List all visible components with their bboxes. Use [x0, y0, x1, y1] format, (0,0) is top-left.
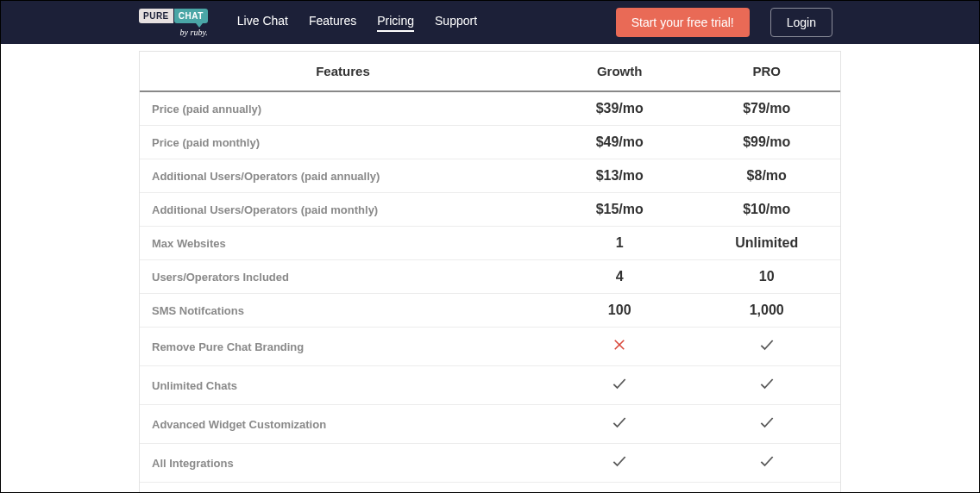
- col-header-pro: PRO: [693, 52, 840, 91]
- row-label: All Integrations: [140, 444, 546, 483]
- row-pro-value: [693, 328, 840, 366]
- navbar: PURE CHAT by ruby. Live Chat Features Pr…: [1, 1, 979, 44]
- row-pro-value: 10: [693, 260, 840, 294]
- row-label: SMS Notifcations: [140, 294, 546, 328]
- table-row: Remove Pure Chat Branding: [140, 328, 840, 366]
- row-label: Additional Users/Operators (paid monthly…: [140, 193, 546, 227]
- check-icon: [758, 336, 776, 357]
- row-growth-value: 4: [546, 260, 694, 294]
- row-pro-value: 1,000: [693, 294, 840, 328]
- logo-chat: CHAT: [174, 9, 208, 23]
- row-growth-value: $13/mo: [546, 159, 694, 193]
- cross-icon: [612, 337, 627, 356]
- pricing-card: Features Growth PRO Price (paid annually…: [139, 51, 841, 493]
- table-row: Max Websites1Unlimited: [140, 227, 840, 260]
- row-pro-value: $8/mo: [693, 159, 840, 193]
- row-label: Max Websites: [140, 227, 546, 260]
- table-row: All Integrations: [140, 444, 840, 483]
- logo-box: PURE CHAT: [139, 9, 208, 23]
- row-label: Price (paid monthly): [140, 126, 546, 159]
- logo[interactable]: PURE CHAT by ruby.: [139, 9, 208, 37]
- row-pro-value: [693, 366, 840, 405]
- check-icon: [611, 452, 628, 473]
- row-label: Unlimited Chats: [140, 366, 546, 405]
- nav-live-chat[interactable]: Live Chat: [237, 14, 288, 32]
- row-pro-value: [693, 444, 840, 483]
- row-pro-value: $79/mo: [693, 91, 840, 126]
- row-label: Advanced Widget Customization: [140, 405, 546, 444]
- nav-pricing[interactable]: Pricing: [377, 14, 414, 32]
- row-growth-value: 1: [546, 227, 694, 260]
- check-icon: [758, 452, 776, 473]
- row-label: Remove Pure Chat Branding: [140, 328, 546, 366]
- row-label: Users/Operators Included: [140, 260, 546, 294]
- row-pro-value: [693, 483, 840, 494]
- row-growth-value: [546, 366, 694, 405]
- row-growth-value: [546, 328, 694, 366]
- table-row: Price (paid monthly)$49/mo$99/mo: [140, 126, 840, 159]
- table-row: Additional Users/Operators (paid annuall…: [140, 159, 840, 193]
- start-trial-button[interactable]: Start your free trial!: [616, 8, 750, 37]
- check-icon: [611, 375, 628, 396]
- row-label: Engagement Hub: [140, 483, 546, 494]
- row-growth-value: $49/mo: [546, 126, 694, 159]
- row-pro-value: [693, 405, 840, 444]
- row-label: Additional Users/Operators (paid annuall…: [140, 159, 546, 193]
- table-row: SMS Notifcations1001,000: [140, 294, 840, 328]
- row-growth-value: [546, 483, 694, 494]
- row-growth-value: [546, 405, 694, 444]
- col-header-growth: Growth: [546, 52, 694, 91]
- table-row: Unlimited Chats: [140, 366, 840, 405]
- table-row: Engagement Hub: [140, 483, 840, 494]
- col-header-features: Features: [140, 52, 546, 91]
- row-pro-value: $99/mo: [693, 126, 840, 159]
- table-row: Additional Users/Operators (paid monthly…: [140, 193, 840, 227]
- nav-features[interactable]: Features: [309, 14, 356, 32]
- logo-byline: by ruby.: [180, 28, 208, 37]
- pricing-table: Features Growth PRO Price (paid annually…: [140, 52, 840, 493]
- nav-links: Live Chat Features Pricing Support: [237, 14, 477, 32]
- table-row: Users/Operators Included410: [140, 260, 840, 294]
- content: Features Growth PRO Price (paid annually…: [1, 44, 979, 493]
- logo-pure: PURE: [139, 9, 173, 23]
- check-icon: [758, 414, 776, 434]
- row-pro-value: Unlimited: [693, 227, 840, 260]
- row-label: Price (paid annually): [140, 91, 546, 126]
- table-row: Advanced Widget Customization: [140, 405, 840, 444]
- row-growth-value: $39/mo: [546, 91, 694, 126]
- row-growth-value: $15/mo: [546, 193, 694, 227]
- row-growth-value: [546, 444, 694, 483]
- check-icon: [758, 375, 776, 396]
- login-button[interactable]: Login: [770, 8, 832, 37]
- row-pro-value: $10/mo: [693, 193, 840, 227]
- table-row: Price (paid annually)$39/mo$79/mo: [140, 91, 840, 126]
- nav-support[interactable]: Support: [435, 14, 477, 32]
- check-icon: [611, 414, 628, 434]
- row-growth-value: 100: [546, 294, 694, 328]
